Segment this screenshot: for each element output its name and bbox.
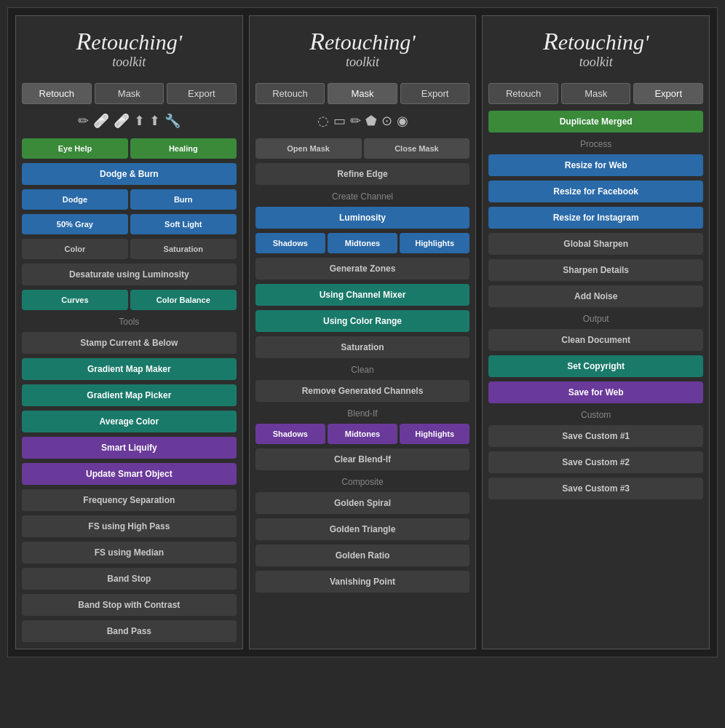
btn-close-mask[interactable]: Close Mask [364,138,470,159]
btn-vanishing-point[interactable]: Vanishing Point [255,571,470,593]
btn-50-gray[interactable]: 50% Gray [22,214,128,234]
btn-saturation[interactable]: Saturation [130,239,237,259]
btn-global-sharpen[interactable]: Global Sharpen [488,233,703,255]
tab-mask[interactable]: Mask [561,83,631,104]
btn-golden-spiral[interactable]: Golden Spiral [255,492,470,514]
tab-export[interactable]: Export [633,83,703,104]
btn-midtones[interactable]: Midtones [328,424,397,444]
panel-retouch: Retouching' toolkit RetouchMaskExport✏🩹🩹… [15,15,243,649]
logo: Retouching' toolkit [255,22,470,76]
btn-highlights[interactable]: Highlights [400,233,470,253]
section-label-8: Output [488,314,703,324]
tool-icon-1[interactable]: 🩹 [93,113,109,129]
logo-toolkit: toolkit [488,55,703,70]
btn-midtones[interactable]: Midtones [328,233,397,253]
btn-save-custom-1[interactable]: Save Custom #1 [488,425,703,447]
btn-update-smart-object[interactable]: Update Smart Object [22,463,237,485]
btn-curves[interactable]: Curves [22,290,128,310]
btn-eye-help[interactable]: Eye Help [22,138,128,159]
btn-save-custom-2[interactable]: Save Custom #2 [488,451,703,473]
tab-retouch[interactable]: Retouch [22,83,92,104]
btn-desaturate-using-luminosity[interactable]: Desaturate using Luminosity [22,264,237,285]
btn-color-balance[interactable]: Color Balance [130,290,237,310]
btn-row-6: CurvesColor Balance [22,290,237,310]
btn-average-color[interactable]: Average Color [22,411,237,432]
tool-icon-4[interactable]: ⬆ [149,113,160,129]
tab-row: RetouchMaskExport [22,83,237,104]
btn-sharpen-details[interactable]: Sharpen Details [488,259,703,281]
tab-row: RetouchMaskExport [255,83,470,104]
tab-retouch[interactable]: Retouch [488,83,558,104]
tool-icon-0[interactable]: ✏ [78,113,89,129]
btn-set-copyright[interactable]: Set Copyright [488,355,703,377]
tab-export[interactable]: Export [400,83,470,104]
tab-retouch[interactable]: Retouch [255,83,325,104]
main-container: Retouching' toolkit RetouchMaskExport✏🩹🩹… [7,7,718,657]
tool-icon-5[interactable]: 🔧 [165,113,181,129]
btn-save-custom-3[interactable]: Save Custom #3 [488,478,703,499]
section-label-14: Composite [255,477,470,487]
tool-icon-1[interactable]: ▭ [333,113,346,129]
btn-color[interactable]: Color [22,239,128,259]
section-label-12: Custom [488,410,703,420]
btn-resize-for-web[interactable]: Resize for Web [488,154,703,176]
tool-icon-0[interactable]: ◌ [317,113,329,129]
btn-band-stop-with-contrast[interactable]: Band Stop with Contrast [22,594,237,616]
btn-healing[interactable]: Healing [130,138,237,159]
logo-script: Retouching' [22,28,237,55]
logo: Retouching' toolkit [488,22,703,76]
btn-fs-using-median[interactable]: FS using Median [22,542,237,563]
btn-resize-for-instagram[interactable]: Resize for Instagram [488,207,703,229]
tool-icon-2[interactable]: ✏ [350,113,361,129]
btn-band-stop[interactable]: Band Stop [22,568,237,590]
tab-mask[interactable]: Mask [328,83,397,104]
btn-row-0: Open MaskClose Mask [255,138,470,159]
section-label-1: Process [488,139,703,149]
btn-shadows[interactable]: Shadows [255,424,325,444]
btn-burn[interactable]: Burn [130,189,237,210]
btn-refine-edge[interactable]: Refine Edge [255,163,470,185]
tab-export[interactable]: Export [167,83,237,104]
btn-gradient-map-maker[interactable]: Gradient Map Maker [22,358,237,380]
btn-resize-for-facebook[interactable]: Resize for Facebook [488,181,703,202]
tool-icon-3[interactable]: ⬆ [134,113,145,129]
panel-mask: Retouching' toolkit RetouchMaskExport◌▭✏… [249,15,477,649]
tool-icon-5[interactable]: ◉ [397,113,408,129]
btn-open-mask[interactable]: Open Mask [255,138,362,159]
btn-soft-light[interactable]: Soft Light [130,214,237,234]
icon-row: ✏🩹🩹⬆⬆🔧 [22,110,237,132]
btn-luminosity[interactable]: Luminosity [255,207,470,229]
btn-frequency-separation[interactable]: Frequency Separation [22,489,237,511]
btn-using-color-range[interactable]: Using Color Range [255,310,470,332]
btn-gradient-map-picker[interactable]: Gradient Map Picker [22,384,237,406]
btn-row-3: 50% GraySoft Light [22,214,237,234]
btn-golden-triangle[interactable]: Golden Triangle [255,518,470,540]
btn-clear-blend-if[interactable]: Clear Blend-If [255,448,470,470]
btn-dodge--burn[interactable]: Dodge & Burn [22,163,237,185]
btn-shadows[interactable]: Shadows [255,233,325,253]
btn-add-noise[interactable]: Add Noise [488,285,703,307]
btn-remove-generated-channels[interactable]: Remove Generated Channels [255,380,470,402]
section-label-11: Blend-If [255,408,470,419]
tool-icon-4[interactable]: ⊙ [381,113,392,129]
btn-save-for-web[interactable]: Save for Web [488,381,703,403]
btn-stamp-current--below[interactable]: Stamp Current & Below [22,332,237,354]
btn-band-pass[interactable]: Band Pass [22,620,237,642]
tab-mask[interactable]: Mask [95,83,165,104]
tool-icon-2[interactable]: 🩹 [114,113,130,129]
btn-fs-using-high-pass[interactable]: FS using High Pass [22,515,237,537]
btn-using-channel-mixer[interactable]: Using Channel Mixer [255,284,470,306]
btn-smart-liquify[interactable]: Smart Liquify [22,437,237,459]
btn-generate-zones[interactable]: Generate Zones [255,258,470,280]
logo-script: Retouching' [488,28,703,55]
tool-icon-3[interactable]: ⬟ [365,113,377,129]
btn-saturation[interactable]: Saturation [255,336,470,358]
btn-highlights[interactable]: Highlights [400,424,470,444]
section-label-9: Clean [255,365,470,375]
btn-clean-document[interactable]: Clean Document [488,329,703,351]
btn-duplicate-merged[interactable]: Duplicate Merged [488,111,703,132]
btn-golden-ratio[interactable]: Golden Ratio [255,545,470,566]
btn-dodge[interactable]: Dodge [22,189,128,210]
btn-row-12: ShadowsMidtonesHighlights [255,424,470,444]
logo: Retouching' toolkit [22,22,237,76]
